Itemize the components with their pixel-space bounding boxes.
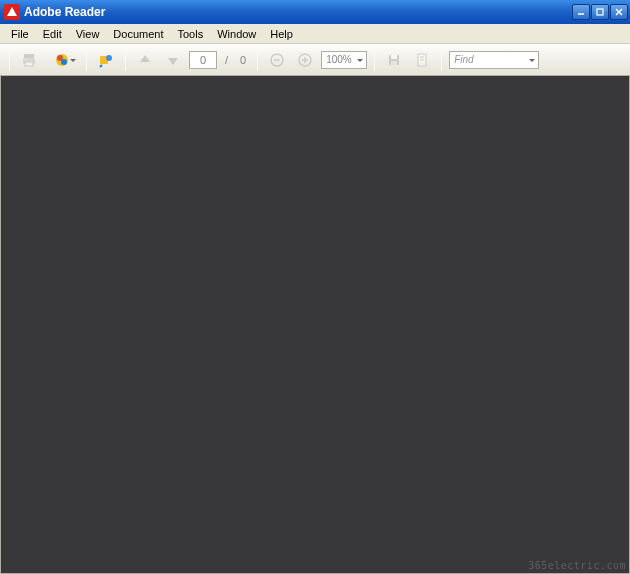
maximize-button[interactable] [591,4,609,20]
chevron-down-icon [70,59,76,62]
svg-rect-19 [391,61,397,65]
menu-edit[interactable]: Edit [36,26,69,42]
svg-rect-4 [24,54,34,58]
arrow-down-icon [165,52,181,68]
find-placeholder: Find [454,54,473,65]
save-button [382,48,406,72]
chevron-down-icon [529,59,535,62]
svg-rect-6 [25,62,33,66]
minimize-button[interactable] [572,4,590,20]
document-viewport [0,76,630,574]
toolbar-separator [9,49,10,71]
menubar: File Edit View Document Tools Window Hel… [0,24,630,44]
zoom-select[interactable]: 100% [321,51,367,69]
menu-help[interactable]: Help [263,26,300,42]
menu-view[interactable]: View [69,26,107,42]
save-icon [386,52,402,68]
menu-file[interactable]: File [4,26,36,42]
watermark-text: 365electric.com [528,560,626,571]
svg-point-11 [106,55,112,61]
menu-document[interactable]: Document [106,26,170,42]
app-icon [4,4,20,20]
print-button [17,48,41,72]
zoom-value: 100% [326,54,352,65]
toolbar: / 0 100% Find [0,44,630,76]
arrow-up-icon [137,52,153,68]
svg-rect-1 [597,9,603,15]
menu-tools[interactable]: Tools [171,26,211,42]
page-down-button [161,48,185,72]
window-title: Adobe Reader [24,5,572,19]
toolbar-separator [86,49,87,71]
page-up-button [133,48,157,72]
view-mode-button [410,48,434,72]
chevron-down-icon [357,59,363,62]
toolbar-separator [441,49,442,71]
email-icon [54,52,70,68]
page-separator: / [221,54,232,66]
page-icon [414,52,430,68]
zoom-out-button [265,48,289,72]
collab-icon [98,52,114,68]
close-button[interactable] [610,4,628,20]
toolbar-separator [374,49,375,71]
toolbar-separator [125,49,126,71]
svg-rect-18 [391,55,397,59]
toolbar-separator [257,49,258,71]
menu-window[interactable]: Window [210,26,263,42]
svg-point-9 [61,59,67,65]
find-input[interactable]: Find [449,51,539,69]
zoom-out-icon [269,52,285,68]
page-number-input[interactable] [189,51,217,69]
titlebar: Adobe Reader [0,0,630,24]
zoom-in-icon [297,52,313,68]
collab-button[interactable] [94,48,118,72]
email-button[interactable] [45,48,79,72]
zoom-in-button [293,48,317,72]
page-total: 0 [236,54,250,66]
print-icon [21,52,37,68]
window-controls [572,4,628,20]
